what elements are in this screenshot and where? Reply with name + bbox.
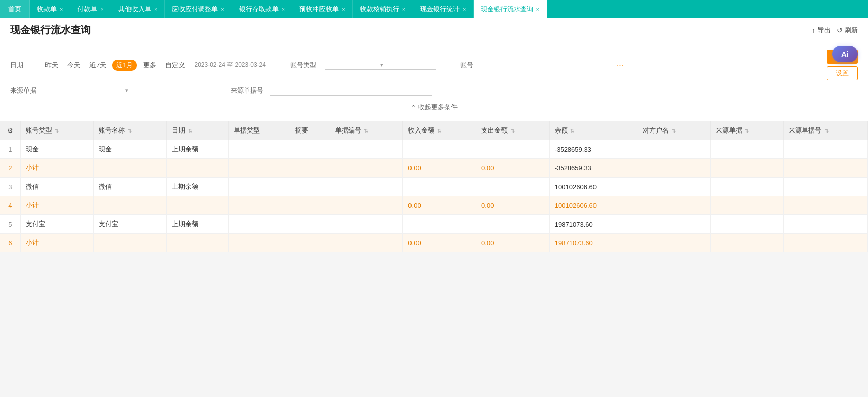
table-container: ⚙ 账号类型 ⇅ 账号名称 ⇅ 日期 ⇅ 单据类型 摘要 单据编号 ⇅ 收入金额… (0, 121, 868, 252)
page-title: 现金银行流水查询 (10, 23, 91, 37)
collapse-filter-button[interactable]: ⌃ 收起更多条件 (10, 101, 858, 117)
close-icon[interactable]: × (100, 6, 103, 12)
more-options-button[interactable]: ··· (615, 61, 625, 70)
col-doc-no[interactable]: 单据编号 ⇅ (330, 121, 403, 140)
source-doc-no-input[interactable] (270, 85, 432, 96)
close-icon[interactable]: × (463, 6, 466, 12)
chevron-up-icon: ⌃ (410, 104, 416, 111)
chevron-down-icon: ▾ (380, 62, 434, 68)
account-type-select[interactable]: ▾ (325, 61, 436, 70)
shortcut-more[interactable]: 更多 (140, 60, 159, 71)
col-source-doc[interactable]: 来源单据 ⇅ (710, 121, 784, 140)
close-icon[interactable]: × (60, 6, 63, 12)
close-icon[interactable]: × (402, 6, 405, 12)
filter-row-date: 日期 昨天 今天 近7天 近1月 更多 自定义 2023-02-24 至 202… (10, 50, 858, 80)
transactions-table: ⚙ 账号类型 ⇅ 账号名称 ⇅ 日期 ⇅ 单据类型 摘要 单据编号 ⇅ 收入金额… (0, 121, 868, 252)
refresh-button[interactable]: ↺ 刷新 (837, 26, 858, 35)
close-icon[interactable]: × (221, 6, 224, 12)
table-row: 2小计0.000.00-3528659.33 (0, 159, 868, 178)
shortcut-custom[interactable]: 自定义 (162, 60, 188, 71)
nav-tab-tongji[interactable]: 现金银行统计 × (413, 0, 473, 18)
col-expense[interactable]: 支出金额 ⇅ (476, 121, 550, 140)
date-shortcuts: 昨天 今天 近7天 近1月 更多 自定义 2023-02-24 至 2023-0… (42, 60, 266, 71)
table-row: 6小计0.000.0019871073.60 (0, 234, 868, 252)
table-row: 1现金现金上期余额-3528659.33 (0, 140, 868, 159)
table-row: 3微信微信上期余额100102606.60 (0, 178, 868, 196)
nav-tab-yinhang[interactable]: 银行存取款单 × (232, 0, 292, 18)
col-account-type[interactable]: 账号类型 ⇅ (20, 121, 94, 140)
filter-row-source: 来源单据 ▾ 来源单据号 (10, 85, 858, 96)
shortcut-today[interactable]: 今天 (64, 60, 83, 71)
source-doc-select[interactable]: ▾ (44, 86, 206, 95)
table-row: 4小计0.000.00100102606.60 (0, 196, 868, 215)
shortcut-7days[interactable]: 近7天 (86, 60, 109, 71)
shortcut-1month[interactable]: 近1月 (112, 60, 137, 71)
settings-button[interactable]: 设置 (827, 66, 858, 80)
nav-tab-qitashouru[interactable]: 其他收入单 × (111, 0, 165, 18)
filter-area: 日期 昨天 今天 近7天 近1月 更多 自定义 2023-02-24 至 202… (0, 42, 868, 121)
date-range-text: 2023-02-24 至 2023-03-24 (194, 61, 265, 69)
close-icon[interactable]: × (536, 6, 539, 12)
nav-tab-tiaozheng[interactable]: 应收应付调整单 × (165, 0, 232, 18)
col-account-name[interactable]: 账号名称 ⇅ (94, 121, 167, 140)
col-counterparty[interactable]: 对方户名 ⇅ (637, 121, 710, 140)
ai-button[interactable]: Ai (832, 46, 858, 62)
col-doc-type[interactable]: 单据类型 (229, 121, 290, 140)
col-income[interactable]: 收入金额 ⇅ (403, 121, 476, 140)
col-source-doc-no[interactable]: 来源单据号 ⇅ (784, 121, 868, 140)
export-icon: ↑ (812, 26, 815, 34)
col-balance[interactable]: 余额 ⇅ (549, 121, 637, 140)
shortcut-yesterday[interactable]: 昨天 (42, 60, 61, 71)
col-date[interactable]: 日期 ⇅ (167, 121, 229, 140)
col-settings[interactable]: ⚙ (0, 121, 20, 140)
top-nav: 首页 收款单 × 付款单 × 其他收入单 × 应收应付调整单 × 银行存取款单 … (0, 0, 868, 18)
nav-tab-liushui[interactable]: 现金银行流水查询 × (474, 0, 547, 18)
nav-tab-yushou[interactable]: 预收冲应收单 × (292, 0, 352, 18)
nav-tab-hexiao[interactable]: 收款核销执行 × (353, 0, 413, 18)
date-label: 日期 (10, 61, 38, 70)
table-row: 5支付宝支付宝上期余额19871073.60 (0, 215, 868, 234)
account-label: 账号 (460, 61, 475, 70)
nav-tab-fukuan[interactable]: 付款单 × (70, 0, 111, 18)
header-actions: ↑ 导出 ↺ 刷新 (812, 26, 858, 35)
account-type-label: 账号类型 (290, 61, 321, 70)
source-doc-no-label: 来源单据号 (231, 86, 266, 95)
page-header: 现金银行流水查询 ↑ 导出 ↺ 刷新 (0, 18, 868, 42)
chevron-down-icon: ▾ (125, 87, 204, 94)
account-input[interactable] (479, 64, 611, 66)
col-summary[interactable]: 摘要 (290, 121, 330, 140)
export-button[interactable]: ↑ 导出 (812, 26, 831, 35)
close-icon[interactable]: × (154, 6, 157, 12)
nav-home[interactable]: 首页 (0, 0, 30, 18)
source-doc-label: 来源单据 (10, 86, 40, 95)
close-icon[interactable]: × (282, 6, 285, 12)
close-icon[interactable]: × (342, 6, 345, 12)
refresh-icon: ↺ (837, 26, 843, 34)
nav-tab-shoukuan[interactable]: 收款单 × (30, 0, 70, 18)
